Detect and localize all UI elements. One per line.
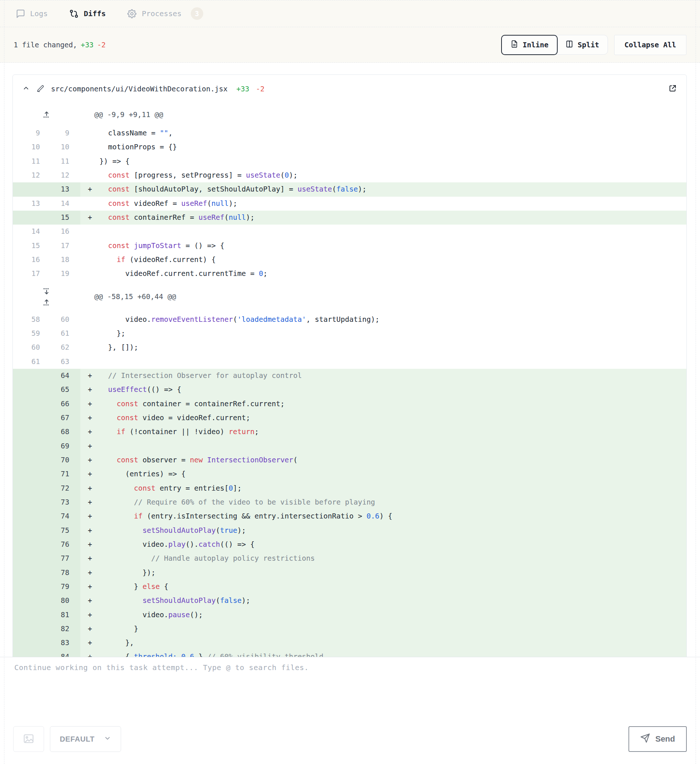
diff-line: 5860 video.removeEventListener('loadedme… — [13, 313, 686, 327]
diff-marker — [80, 225, 99, 238]
expand-up-icon[interactable] — [42, 110, 51, 119]
code-text: videoRef.current.currentTime = 0; — [99, 267, 275, 281]
image-icon — [23, 733, 34, 746]
old-line-number — [13, 551, 47, 565]
expand-up-icon[interactable] — [42, 298, 51, 307]
old-line-number — [13, 411, 47, 425]
diff-line: 1517 const jumpToStart = () => { — [13, 239, 686, 253]
code-text: } — [99, 622, 146, 636]
old-line-number — [13, 439, 47, 453]
diff-line: 78+ }); — [13, 566, 686, 580]
old-line-number: 15 — [13, 239, 47, 253]
new-line-number: 14 — [47, 197, 80, 211]
diff-line: 72+ const entry = entries[0]; — [13, 481, 686, 495]
old-line-number — [13, 524, 47, 538]
new-line-number: 67 — [47, 411, 80, 425]
code-text: (entries) => { — [99, 467, 193, 481]
split-view-button[interactable]: Split — [557, 35, 608, 54]
diff-line: 75+ setShouldAutoPlay(true); — [13, 524, 686, 538]
old-line-number — [13, 495, 47, 509]
old-line-number: 10 — [13, 140, 47, 154]
deletions-count: -2 — [97, 41, 106, 49]
diff-marker — [80, 126, 99, 140]
open-external-button[interactable] — [669, 84, 677, 94]
new-line-number: 65 — [47, 383, 80, 397]
code-text: const observer = new IntersectionObserve… — [99, 453, 305, 467]
processes-count-badge: 3 — [191, 7, 203, 20]
attach-image-button[interactable] — [13, 726, 44, 752]
old-line-number — [13, 425, 47, 439]
code-text: // Intersection Observer for autoplay co… — [99, 369, 309, 383]
code-text: }) => { — [99, 155, 137, 168]
summary-bar: 1 file changed,+33-2 Inline Split Collap… — [0, 27, 700, 63]
diff-line: 73+ // Require 60% of the video to be vi… — [13, 495, 686, 509]
diff-line: 64+ // Intersection Observer for autopla… — [13, 369, 686, 383]
code-text: const video = videoRef.current; — [99, 411, 258, 425]
diff-marker: + — [80, 551, 99, 565]
new-line-number: 15 — [47, 211, 80, 225]
diff-marker — [80, 341, 99, 354]
variant-select[interactable]: DEFAULT — [50, 726, 121, 752]
old-line-number: 60 — [13, 341, 47, 354]
changes-summary: 1 file changed,+33-2 — [14, 41, 106, 49]
new-line-number: 12 — [47, 168, 80, 182]
code-text: const videoRef = useRef(null); — [99, 197, 245, 211]
diff-line: 82+ } — [13, 622, 686, 636]
new-line-number: 84 — [47, 650, 80, 657]
tab-label: Logs — [30, 9, 48, 18]
new-line-number: 82 — [47, 622, 80, 636]
old-line-number — [13, 650, 47, 657]
diff-line: 70+ const observer = new IntersectionObs… — [13, 453, 686, 467]
diff-line: 74+ if (entry.isIntersecting && entry.in… — [13, 509, 686, 523]
diff-marker — [80, 313, 99, 327]
collapse-file-button[interactable] — [22, 85, 30, 93]
diff-marker: + — [80, 509, 99, 523]
diff-marker: + — [80, 211, 99, 225]
collapse-all-button[interactable]: Collapse All — [614, 35, 686, 55]
new-line-number: 83 — [47, 636, 80, 650]
composer: DEFAULT Send — [0, 657, 700, 764]
old-line-number — [13, 636, 47, 650]
diff-marker: + — [80, 439, 99, 453]
diff-marker: + — [80, 383, 99, 397]
diff-line: 79+ } else { — [13, 580, 686, 594]
diff-line: 76+ video.play().catch(() => { — [13, 538, 686, 551]
diff-line: 1416 — [13, 225, 686, 238]
old-line-number — [13, 182, 47, 196]
hunk-header-row: @@ -9,9 +9,11 @@ — [13, 103, 686, 126]
new-line-number: 16 — [47, 225, 80, 238]
diff-marker: + — [80, 481, 99, 495]
diff-line: 77+ // Handle autoplay policy restrictio… — [13, 551, 686, 565]
diff-line: 69+ — [13, 439, 686, 453]
code-text — [99, 439, 107, 453]
tab-diffs[interactable]: Diffs — [69, 9, 106, 19]
new-line-number: 18 — [47, 253, 80, 267]
inline-view-button[interactable]: Inline — [501, 35, 557, 55]
expand-down-icon[interactable] — [42, 287, 51, 296]
tab-logs[interactable]: Logs — [16, 9, 48, 19]
gear-icon — [127, 9, 137, 19]
old-line-number — [13, 453, 47, 467]
diff-marker: + — [80, 411, 99, 425]
diff-line: 84+ { threshold: 0.6 } // 60% visibility… — [13, 650, 686, 657]
chevron-up-icon — [22, 85, 30, 93]
pencil-icon — [36, 85, 44, 93]
tab-processes[interactable]: Processes 3 — [127, 7, 203, 20]
diff-line: 67+ const video = videoRef.current; — [13, 411, 686, 425]
tab-bar: Logs Diffs Processes 3 — [0, 0, 700, 27]
new-line-number: 70 — [47, 453, 80, 467]
send-button[interactable]: Send — [628, 726, 687, 752]
diff-line: 6163 — [13, 355, 686, 369]
code-text: setShouldAutoPlay(true); — [99, 524, 253, 538]
send-label: Send — [655, 734, 675, 744]
diff-marker: + — [80, 636, 99, 650]
composer-input[interactable] — [14, 662, 566, 708]
old-line-number: 59 — [13, 327, 47, 341]
old-line-number: 61 — [13, 355, 47, 369]
old-line-number — [13, 608, 47, 622]
diff-marker — [80, 155, 99, 168]
new-line-number: 61 — [47, 327, 80, 341]
variant-label: DEFAULT — [60, 735, 95, 744]
diff-marker: + — [80, 182, 99, 196]
diff-line: 83+ }, — [13, 636, 686, 650]
